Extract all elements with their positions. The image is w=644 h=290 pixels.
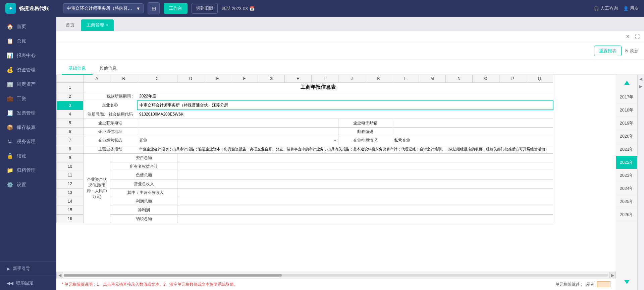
expand-right-button[interactable]: ▶ — [638, 83, 644, 89]
year-scroll-up-button[interactable] — [622, 77, 632, 88]
main-revenue-value[interactable] — [177, 188, 553, 197]
year-item-2026[interactable]: 2026年 — [616, 208, 637, 221]
sidebar-cancel-fix[interactable]: ◀◀ 取消固定 — [0, 276, 56, 290]
postal-label: 邮政编码 — [338, 127, 392, 136]
tab-business[interactable]: 工商管理 × — [81, 19, 114, 31]
year-item-2023[interactable]: 2023年 — [616, 169, 637, 182]
spreadsheet-table: A B C D E F G H I J — [56, 75, 553, 223]
tab-basic-info[interactable]: 基础信息 — [62, 63, 93, 75]
row-num-6: 6 — [57, 127, 84, 136]
assets-icon: 🏢 — [7, 81, 13, 87]
tab-basic-info-label: 基础信息 — [68, 66, 86, 71]
table-row: 14 利润总额 — [57, 197, 553, 206]
company-icon-button[interactable]: ⊞ — [148, 2, 160, 14]
reg-code-value[interactable]: 91320100MA208E5W6K — [137, 110, 553, 119]
sidebar-item-reports[interactable]: 📊 报表中心 — [0, 48, 56, 63]
table-row: 8 主营业务活动 审查企业会计报表；出具审计报告；验证企业资本；出具验资报告；办… — [57, 145, 553, 153]
biz-status-label: 企业经营状态 — [84, 136, 137, 145]
refresh-button[interactable]: ↻ 刷新 — [625, 48, 639, 54]
year-item-2022[interactable]: 2022年 — [616, 156, 637, 169]
equity-value[interactable] — [177, 162, 553, 171]
main-biz-value[interactable]: 审查企业会计报表；出具审计报告；验证企业资本；出具验资报告；办理企业合开、分立、… — [137, 145, 553, 153]
email-label: 企业电子邮箱 — [338, 119, 392, 127]
sidebar-item-label-invoice: 发票管理 — [17, 110, 36, 116]
sidebar-item-salary[interactable]: 💼 工资 — [0, 91, 56, 106]
old-version-button[interactable]: 切到旧版 — [192, 3, 218, 14]
user-label: 用友 — [630, 5, 639, 11]
ai-consult[interactable]: 🎧 人工咨询 — [594, 5, 618, 11]
total-revenue-value[interactable] — [177, 179, 553, 188]
year-item-2017[interactable]: 2017年 — [616, 91, 637, 104]
reports-icon: 📊 — [7, 52, 13, 59]
sidebar-item-finance[interactable]: 💰 资金管理 — [0, 63, 56, 77]
table-row: 4 注册号/统一社会信用代码 91320100MA208E5W6K — [57, 110, 553, 119]
company-name-value[interactable]: 中审众环会计师事务所（特殊普通合伙）江苏分所 — [137, 101, 553, 110]
reset-report-button[interactable]: 重置报表 — [594, 46, 622, 56]
year-item-2018[interactable]: 2018年 — [616, 104, 637, 117]
total-tax-value[interactable] — [177, 214, 553, 223]
workbench-button[interactable]: 工作台 — [164, 3, 187, 14]
year-item-2020[interactable]: 2020年 — [616, 130, 637, 143]
spreadsheet-wrapper: A B C D E F G H I J — [56, 75, 644, 290]
dropdown-arrow-icon: ▼ — [333, 139, 337, 142]
row-num-1: 1 — [57, 83, 84, 92]
scroll-left-button[interactable]: ◀ — [56, 272, 63, 279]
year-item-2025[interactable]: 2025年 — [616, 195, 637, 208]
newuser-icon: ▶ — [7, 266, 10, 271]
user-menu[interactable]: 👤 用友 — [623, 5, 639, 11]
sidebar-item-label-inventory: 库存核算 — [17, 125, 36, 131]
phone-value[interactable] — [137, 119, 338, 127]
sidebar-item-archive[interactable]: 📁 归档管理 — [0, 163, 56, 177]
sidebar-item-ledger[interactable]: 📋 总账 — [0, 34, 56, 48]
sidebar-item-invoice[interactable]: 🧾 发票管理 — [0, 106, 56, 120]
spreadsheet-container[interactable]: A B C D E F G H I J — [56, 75, 616, 272]
finance-icon: 💰 — [7, 67, 13, 73]
title-cell[interactable]: 工商年报信息表 — [84, 83, 553, 92]
sidebar-item-tax[interactable]: 🗂 税务管理 — [0, 135, 56, 149]
company-selector[interactable]: 中审众环会计师事务所（特殊普通合伙... ▼ — [63, 3, 144, 13]
cancel-fix-label: 取消固定 — [16, 280, 34, 286]
calendar-icon[interactable]: 📅 — [249, 6, 255, 11]
right-panel: ◀ ▶ — [637, 75, 644, 290]
sidebar-item-inventory[interactable]: 📦 库存核算 — [0, 120, 56, 135]
tab-home[interactable]: 首页 — [60, 19, 80, 31]
total-profit-value[interactable] — [177, 197, 553, 206]
sidebar-item-label-finance: 资金管理 — [17, 67, 36, 73]
sidebar-item-home[interactable]: 🏠 首页 — [0, 19, 56, 34]
closing-icon: 🔒 — [7, 153, 13, 159]
sidebar-item-assets[interactable]: 🏢 固定资产 — [0, 77, 56, 91]
panel-expand-button[interactable]: ⛶ — [633, 32, 641, 41]
year-item-2019[interactable]: 2019年 — [616, 117, 637, 130]
sidebar-item-label-archive: 归档管理 — [17, 167, 36, 173]
email-value[interactable] — [392, 119, 553, 127]
invoice-icon: 🧾 — [7, 110, 13, 116]
corner-header — [57, 75, 84, 83]
sidebar-item-closing[interactable]: 🔒 结账 — [0, 149, 56, 163]
scroll-right-button[interactable]: ▶ — [609, 272, 616, 279]
collapse-right-button[interactable]: ◀ — [638, 76, 644, 82]
chevron-down-icon: ▼ — [136, 6, 140, 11]
net-profit-value[interactable] — [177, 206, 553, 214]
year-item-2024[interactable]: 2024年 — [616, 182, 637, 195]
column-header-row: A B C D E F G H I J — [57, 75, 553, 83]
sidebar-new-user[interactable]: ▶ 新手引导 — [0, 261, 56, 276]
col-d: D — [177, 75, 204, 83]
postal-value[interactable] — [392, 127, 553, 136]
address-value[interactable] — [137, 127, 338, 136]
biz-status-value[interactable]: 开业 ▼ — [137, 136, 338, 145]
tab-close-button[interactable]: × — [106, 23, 108, 27]
holding-value[interactable]: 私营企业 — [392, 136, 553, 145]
year-item-2021[interactable]: 2021年 — [616, 143, 637, 156]
period-value[interactable]: 2022年度 — [137, 92, 553, 101]
panel-close-button[interactable]: ✕ — [624, 32, 632, 41]
scroll-track[interactable] — [64, 274, 608, 277]
year-scroll-down-button[interactable] — [622, 277, 632, 287]
col-f: F — [231, 75, 258, 83]
total-assets-value[interactable] — [177, 153, 553, 162]
table-row: 1 工商年报信息表 — [57, 83, 553, 92]
total-liabilities-value[interactable] — [177, 171, 553, 179]
sidebar-item-label-salary: 工资 — [17, 96, 26, 102]
sidebar-item-settings[interactable]: ⚙️ 设置 — [0, 177, 56, 192]
table-row: 11 负债总额 — [57, 171, 553, 179]
tab-other-info[interactable]: 其他信息 — [93, 63, 123, 75]
